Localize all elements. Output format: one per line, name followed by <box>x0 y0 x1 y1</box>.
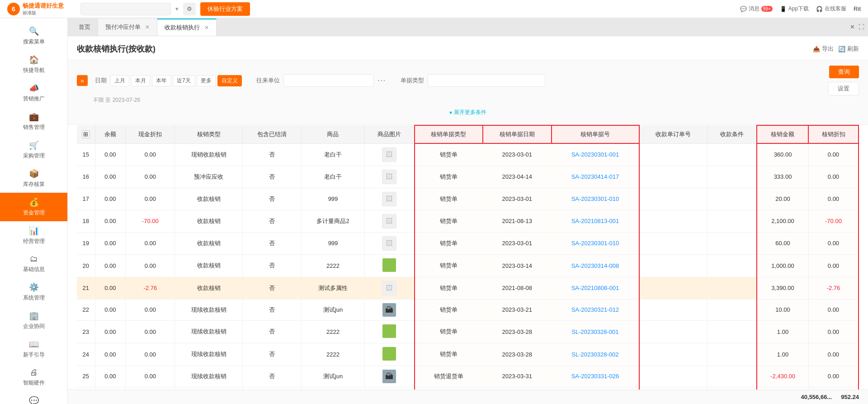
bill-no-link[interactable]: SA-20230414-017 <box>571 173 619 180</box>
date-btn-more[interactable]: 更多 <box>197 75 216 86</box>
td-cash-discount: 0.00 <box>126 320 175 343</box>
chevron-down-icon[interactable]: ▾ <box>175 5 179 12</box>
sidebar-item-sales[interactable]: 💼 销售管理 <box>0 107 67 136</box>
bill-no-link[interactable]: SA-20230301-010 <box>571 195 619 202</box>
export-button[interactable]: 📤 导出 <box>813 45 834 53</box>
td-include-settled: 否 <box>243 343 301 366</box>
date-btn-last-month[interactable]: 上月 <box>110 75 129 86</box>
ellipsis-button[interactable]: ··· <box>377 76 386 85</box>
top-bar: 6 畅捷通谱好生意 标准版 ▾ ⚙ 休验行业方案 💬 消息 99+ 📱 App下… <box>0 0 868 18</box>
bill-no-link[interactable]: SA-20230331-026 <box>571 373 619 380</box>
td-goods-img: 🏔 <box>365 366 415 387</box>
sidebar-item-wechat[interactable]: 💬 企业微信 <box>0 391 67 404</box>
sidebar-item-inventory[interactable]: 📦 库存核算 <box>0 164 67 193</box>
td-goods: 测试多属性 <box>301 277 365 299</box>
td-cancel-discount: 0.00 <box>808 320 859 343</box>
tab-home-label: 首页 <box>79 23 90 31</box>
sidebar-label: 经营管理 <box>23 238 45 245</box>
message-area[interactable]: 💬 消息 99+ <box>740 5 773 13</box>
td-receipt-order-no <box>639 166 708 188</box>
app-download-link[interactable]: 📱 App下载 <box>780 5 809 13</box>
sidebar-item-capital[interactable]: 💰 资金管理 <box>0 193 67 221</box>
td-goods: 2222 <box>301 254 365 277</box>
date-btn-this-month[interactable]: 本月 <box>131 75 150 86</box>
th-receipt-condition: 收款条件 <box>707 125 757 143</box>
td-goods-img <box>365 320 415 343</box>
bill-no-link[interactable]: SA-20230301-010 <box>571 240 619 247</box>
td-balance: 0.00 <box>95 210 126 232</box>
top-center: ▾ ⚙ 休验行业方案 <box>80 2 735 16</box>
sidebar-item-newbie[interactable]: 📖 新手引导 <box>0 335 67 363</box>
sidebar-item-enterprise[interactable]: 🏢 企业协同 <box>0 306 67 335</box>
sidebar-item-sys-mgmt[interactable]: ⚙️ 系统管理 <box>0 278 67 306</box>
expand-arrow-button[interactable]: » <box>77 75 88 86</box>
date-btn-custom[interactable]: 自定义 <box>217 75 242 86</box>
online-support-link[interactable]: 🎧 在线客服 <box>816 5 846 13</box>
td-cancel-bill-date: 2021-08-08 <box>483 277 552 299</box>
td-cancel-type: 收款核销 <box>175 254 243 277</box>
maximize-icon[interactable]: ⛶ <box>859 24 864 30</box>
top-search-input[interactable] <box>80 3 171 15</box>
date-btn-this-year[interactable]: 本年 <box>152 75 171 86</box>
sidebar-item-purchase[interactable]: 🛒 采购管理 <box>0 136 67 164</box>
td-goods-img <box>365 343 415 366</box>
bill-no-link[interactable]: SA-20230314-008 <box>571 262 619 269</box>
sidebar-item-quick-nav[interactable]: 🏠 快捷导航 <box>0 50 67 79</box>
td-cancel-bill-no: SA-20230301-001 <box>552 143 639 166</box>
date-group: 上月 本月 本年 近7天 更多 自定义 <box>110 75 242 86</box>
td-receipt-condition <box>707 232 757 254</box>
td-receipt-condition <box>707 299 757 320</box>
bill-no-link[interactable]: SA-20230301-001 <box>571 151 619 158</box>
bill-no-link[interactable]: SL-20230328-002 <box>571 351 618 358</box>
column-settings-icon[interactable]: ⊞ <box>82 130 90 138</box>
tab-prepay-close-icon[interactable]: ✕ <box>145 24 150 30</box>
td-cash-discount: -70.00 <box>126 210 175 232</box>
th-cancel-bill-type: 核销单据类型 <box>415 125 483 143</box>
table-row: 19 0.00 0.00 收款核销 否 999 🖼 销货单 2023-03-01… <box>77 232 859 254</box>
td-cancel-amount: 10.00 <box>757 299 808 320</box>
counterparty-input[interactable] <box>283 74 374 87</box>
tab-receipt-close-icon[interactable]: ✕ <box>204 24 209 31</box>
td-cancel-bill-no: SA-20230301-010 <box>552 232 639 254</box>
query-button[interactable]: 查询 <box>829 66 859 78</box>
refresh-button[interactable]: 🔄 刷新 <box>838 45 859 53</box>
td-cancel-discount: 0.00 <box>808 366 859 387</box>
td-cancel-amount: -2,430.00 <box>757 366 808 387</box>
sidebar-item-ops[interactable]: 📊 经营管理 <box>0 221 67 250</box>
sidebar-label: 系统管理 <box>23 294 45 302</box>
td-cancel-amount: 333.00 <box>757 166 808 188</box>
td-cancel-amount: 3,390.00 <box>757 277 808 299</box>
money-icon: 💰 <box>29 197 39 207</box>
sidebar-item-marketing[interactable]: 📣 营销推广 <box>0 79 67 107</box>
td-cancel-amount: 1.00 <box>757 343 808 366</box>
th-cancel-bill-date: 核销单据日期 <box>483 125 552 143</box>
chart-icon: 📊 <box>29 226 39 236</box>
bill-type-input[interactable] <box>428 74 545 87</box>
bill-no-link[interactable]: SA-20210808-001 <box>571 285 619 291</box>
date-btn-7days[interactable]: 近7天 <box>173 75 195 86</box>
sidebar-item-smart-hw[interactable]: 🖨 智能硬件 <box>0 363 67 391</box>
gear-button[interactable]: ⚙ <box>183 3 196 15</box>
setting-button[interactable]: 设置 <box>828 82 859 95</box>
td-receipt-condition <box>707 188 757 210</box>
th-settings[interactable]: ⊞ <box>77 125 95 143</box>
tab-prepay-order[interactable]: 预付冲应付单 ✕ <box>98 19 157 36</box>
folder-icon: 🗂 <box>30 254 38 264</box>
user-name: Rit <box>854 5 861 12</box>
td-goods-img: 🖼 <box>365 232 415 254</box>
sidebar-item-basic-info[interactable]: 🗂 基础信息 <box>0 250 67 278</box>
bill-no-link[interactable]: SA-20210813-001 <box>571 218 619 224</box>
sidebar-item-search-menu[interactable]: 🔍 搜索菜单 <box>0 22 67 50</box>
expand-conditions-button[interactable]: ▾ 展开更多条件 <box>77 106 859 119</box>
tab-home[interactable]: 首页 <box>71 19 98 36</box>
td-receipt-order-no <box>639 343 708 366</box>
bill-no-link[interactable]: SA-20230321-012 <box>571 306 619 313</box>
tab-receipt-cancel[interactable]: 收款核销执行 ✕ <box>157 19 217 36</box>
td-receipt-order-no <box>639 366 708 387</box>
td-no: 20 <box>77 254 95 277</box>
close-all-icon[interactable]: ✕ <box>850 24 855 30</box>
td-cancel-bill-date: 2023-03-01 <box>483 143 552 166</box>
bill-no-link[interactable]: SL-20230328-001 <box>571 328 618 335</box>
date-range-display: 不限 至 2023-07-26 <box>77 96 859 104</box>
industry-solution-button[interactable]: 休验行业方案 <box>200 2 250 16</box>
